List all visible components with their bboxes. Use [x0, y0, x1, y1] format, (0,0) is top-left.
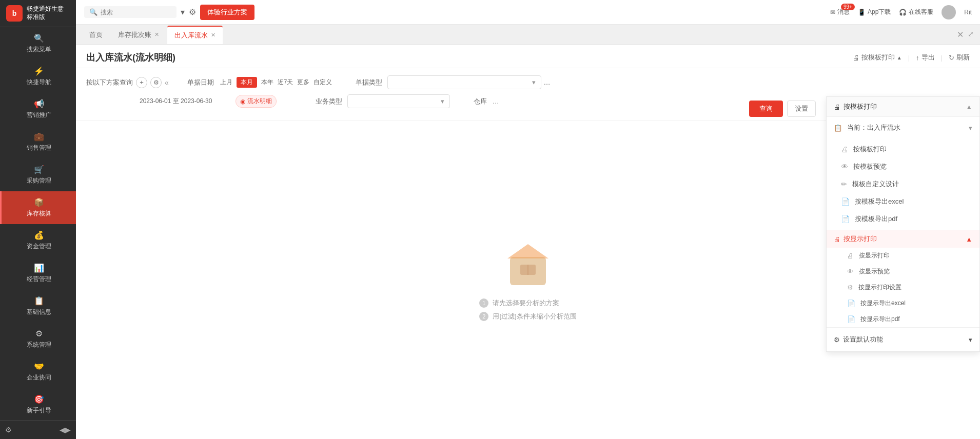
sidebar-item-guide[interactable]: 🎯 新手引导 [0, 388, 76, 420]
tab-batch[interactable]: 库存批次账 ✕ [111, 26, 166, 44]
date-shortcut-7days[interactable]: 近7天 [278, 78, 293, 87]
tab-flow-label: 出入库流水 [174, 31, 208, 40]
tab-home[interactable]: 首页 [82, 26, 110, 44]
date-shortcut-this-month[interactable]: 本月 [237, 77, 257, 88]
biz-type-group: 业务类型 ▾ [316, 94, 450, 108]
warehouse-more-btn[interactable]: … [492, 97, 499, 105]
app-download-btn[interactable]: 📱 App下载 [858, 8, 891, 16]
date-shortcuts: 上月 本月 本年 近7天 更多 自定义 [220, 77, 332, 88]
sidebar-item-search[interactable]: 🔍 搜索菜单 [0, 27, 76, 60]
sidebar-item-label: 搜索菜单 [27, 45, 51, 54]
display-setting-item[interactable]: ⚙ 按显示打印设置 [827, 280, 979, 295]
cart-icon: 🛒 [34, 165, 44, 174]
template-pdf-item[interactable]: 📄 按模板导出pdf [827, 210, 979, 228]
page-actions: 🖨 按模板打印 ▲ | ↑ 导出 | ↻ 刷新 [853, 53, 970, 62]
tab-flow[interactable]: 出入库流水 ✕ [167, 26, 223, 44]
collapse-sidebar-btn[interactable]: ◀▶ [60, 426, 71, 434]
app-label: App下载 [868, 8, 891, 16]
export-btn[interactable]: ↑ 导出 [916, 53, 935, 62]
message-btn[interactable]: ✉ 消息 99+ [830, 8, 850, 16]
search-input[interactable] [101, 9, 167, 16]
display-print-item[interactable]: 🖨 按显示打印 [827, 248, 979, 264]
filter-setting-btn[interactable]: ⚙ [150, 77, 162, 88]
sidebar-item-basic[interactable]: 📋 基础信息 [0, 290, 76, 323]
sidebar-item-purchase[interactable]: 🛒 采购管理 [0, 158, 76, 191]
date-shortcut-last-month[interactable]: 上月 [220, 78, 232, 87]
topbar-gear-icon[interactable]: ▾ [181, 7, 185, 17]
filter-tag-liushui[interactable]: ◉ 流水明细 [236, 95, 277, 108]
empty-icon [502, 239, 554, 290]
display-preview-item[interactable]: 👁 按显示预览 [827, 264, 979, 280]
query-label: 按以下方案查询 + ⚙ « [86, 77, 169, 88]
industry-btn[interactable]: 体验行业方案 [200, 5, 254, 20]
display-excel-item[interactable]: 📄 按显示导出excel [827, 295, 979, 311]
refresh-btn[interactable]: ↻ 刷新 [949, 53, 970, 62]
briefcase-icon: 💼 [34, 132, 44, 142]
dropdown-close-arrow[interactable]: ▲ [966, 103, 972, 111]
sidebar-item-finance[interactable]: 💰 资金管理 [0, 224, 76, 257]
sidebar-item-inventory[interactable]: 📦 库存核算 [0, 191, 76, 224]
template-custom-item[interactable]: ✏ 模板自定义设计 [827, 175, 979, 193]
filter-add-btn[interactable]: + [136, 77, 147, 88]
biz-type-label: 业务类型 [316, 97, 342, 106]
settings-query-btn[interactable]: 设置 [787, 101, 816, 117]
topbar-right: ✉ 消息 99+ 📱 App下载 🎧 在线客服 Rit [830, 5, 972, 19]
doc-type-group: 单据类型 ▾ … [356, 75, 550, 89]
template-excel-item[interactable]: 📄 按模板导出excel [827, 193, 979, 210]
close-window-btn[interactable]: ✕ [957, 30, 964, 39]
sidebar-item-system[interactable]: ⚙ 系统管理 [0, 323, 76, 355]
date-shortcut-this-year[interactable]: 本年 [261, 78, 273, 87]
tab-flow-close[interactable]: ✕ [211, 32, 215, 38]
eye-icon: 👁 [847, 268, 854, 275]
filter-tag-label: 流水明细 [247, 97, 272, 106]
date-label: 单据日期 [187, 78, 214, 87]
tab-batch-close[interactable]: ✕ [154, 31, 159, 38]
settings-icon: ⚙ [847, 284, 853, 291]
page-title: 出入库流水(流水明细) [86, 51, 175, 64]
sidebar-item-operation[interactable]: 📊 经营管理 [0, 257, 76, 290]
doc-type-more-btn[interactable]: … [543, 78, 550, 86]
display-group-header[interactable]: 🖨 按显示打印 ▲ [827, 230, 979, 248]
tabbar: 首页 库存批次账 ✕ 出入库流水 ✕ ✕ ⤢ [76, 25, 980, 45]
query-btn[interactable]: 查询 [749, 101, 783, 117]
footer-arrow: ▾ [969, 336, 972, 344]
template-preview-item[interactable]: 👁 按模板预览 [827, 158, 979, 175]
current-arrow: ▾ [969, 124, 972, 132]
tab-home-label: 首页 [89, 30, 103, 39]
print-template-btn[interactable]: 🖨 按模板打印 ▲ [853, 53, 902, 62]
print-dropdown-panel: 🖨 按模板打印 ▲ 📋 当前：出入库流水 ▾ 🖨 按模板打印 👁 [826, 96, 980, 352]
doc-type-select[interactable]: ▾ [387, 75, 541, 89]
page-content: 出入库流水(流水明细) 🖨 按模板打印 ▲ | ↑ 导出 | ↻ 刷新 [76, 45, 980, 439]
sidebar-item-sales[interactable]: 💼 销售管理 [0, 126, 76, 158]
empty-step-2: 2 用[过滤]条件来缩小分析范围 [479, 312, 576, 321]
display-group: 🖨 按显示打印 ▲ 🖨 按显示打印 👁 按显示预览 ⚙ 按显示打印设置 [827, 230, 979, 327]
dropdown-current-item[interactable]: 📋 当前：出入库流水 ▾ [827, 119, 979, 136]
dropdown-footer: ⚙ 设置默认功能 ▾ [827, 327, 979, 351]
sidebar-item-marketing[interactable]: 📢 营销推广 [0, 93, 76, 126]
filter-collapse-icon[interactable]: « [165, 78, 169, 87]
avatar[interactable] [942, 5, 956, 19]
set-default-btn[interactable]: ⚙ 设置默认功能 ▾ [834, 332, 972, 347]
topbar-settings-icon[interactable]: ⚙ [189, 7, 196, 17]
sidebar-item-coop[interactable]: 🤝 企业协同 [0, 355, 76, 388]
biz-type-select[interactable]: ▾ [347, 94, 450, 108]
settings-bottom-btn[interactable]: ⚙ [5, 426, 12, 434]
display-pdf-label: 按显示导出pdf [860, 315, 900, 324]
sidebar-item-quicknav[interactable]: ⚡ 快捷导航 [0, 60, 76, 93]
sidebar-item-label: 营销推广 [27, 111, 51, 119]
display-group-label: 按显示打印 [844, 234, 877, 244]
display-setting-label: 按显示打印设置 [858, 283, 901, 292]
topbar-search-box[interactable]: 🔍 [84, 6, 177, 18]
expand-btn[interactable]: ⤢ [968, 30, 974, 39]
date-shortcut-custom[interactable]: 自定义 [313, 78, 332, 87]
template-excel-label: 按模板导出excel [855, 197, 904, 206]
display-pdf-item[interactable]: 📄 按显示导出pdf [827, 311, 979, 327]
date-shortcut-more[interactable]: 更多 [297, 78, 309, 87]
template-print-item[interactable]: 🖨 按模板打印 [827, 141, 979, 158]
template-custom-label: 模板自定义设计 [852, 179, 899, 189]
customer-service-btn[interactable]: 🎧 在线客服 [899, 8, 933, 16]
username-label: Rit [964, 9, 972, 16]
step-num-1: 1 [479, 298, 488, 308]
sidebar-item-label: 销售管理 [27, 144, 51, 152]
print-icon: 🖨 [834, 103, 840, 111]
